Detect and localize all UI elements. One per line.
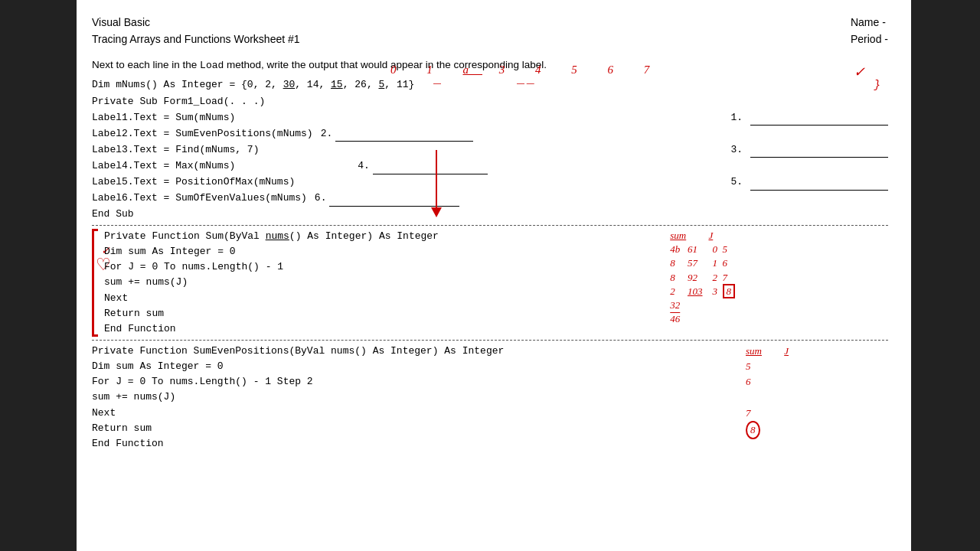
label4-blank	[373, 158, 488, 174]
label2-blank	[335, 126, 473, 142]
end-sub-line: End Sub	[92, 207, 888, 222]
label3-code: Label3.Text = Find(mNums, 7)	[92, 142, 259, 158]
form-load-line: Private Sub Form1_Load(. . .)	[92, 94, 888, 109]
name-label: Name -	[851, 14, 888, 31]
sum-end: End Function	[104, 321, 888, 337]
dark-bar-right	[911, 0, 980, 551]
divider-2	[92, 340, 888, 341]
label2-num: 2.	[321, 126, 333, 142]
title-line1: Visual Basic	[92, 14, 300, 31]
dark-bar-left	[0, 0, 77, 551]
sum-next: Next	[104, 291, 888, 306]
content-area: Visual Basic Tracing Arrays and Function…	[77, 0, 911, 551]
label3-line: Label3.Text = Find(mNums, 7) 3.	[92, 142, 888, 158]
sum-even-function-section: Private Function SumEvenPositions(ByVal …	[92, 344, 888, 452]
label5-num: 5.	[730, 174, 743, 190]
divider-1	[92, 225, 888, 226]
header-left: Visual Basic Tracing Arrays and Function…	[92, 14, 300, 48]
sum-function-code: Private Function Sum(ByVal nums() As Int…	[92, 229, 888, 337]
label4-num: 4.	[358, 158, 370, 174]
sum-function-section: ✓ ♡ Private Function Sum(ByVal nums() As…	[92, 229, 888, 337]
header: Visual Basic Tracing Arrays and Function…	[92, 14, 888, 48]
label1-num: 1.	[730, 110, 743, 126]
array-section: 0 1 a 3 4 5 6 7 ✓ Dim mNums() As Integer…	[92, 77, 888, 93]
title-line2: Tracing Arrays and Functions Worksheet #…	[92, 31, 300, 47]
label5-blank	[750, 174, 888, 191]
label1-code: Label1.Text = Sum(mNums)	[92, 110, 235, 126]
label3-blank	[750, 142, 888, 158]
underline-15: — —	[517, 79, 534, 87]
array-decl-line: Dim mNums() As Integer = {0, 2, 30, 14, …	[92, 77, 888, 93]
label6-code: Label6.Text = SumOfEvenValues(mNums)	[92, 191, 307, 206]
sum-even-annotations: sum J 5 6 7 8	[746, 344, 789, 439]
sum-body: sum += nums(J)	[104, 275, 888, 290]
label2-line: Label2.Text = SumEvenPositions(mNums) 2.	[92, 126, 888, 142]
array-end-annotation: }	[874, 77, 880, 94]
label4-code: Label4.Text = Max(mNums)	[92, 158, 235, 174]
period-label: Period -	[851, 31, 888, 47]
header-right: Name - Period -	[851, 14, 888, 48]
sum-fn-sig: Private Function Sum(ByVal nums() As Int…	[104, 229, 888, 244]
label5-line: Label5.Text = PositionOfMax(mNums) 5.	[92, 174, 888, 191]
label4-line: Label4.Text = Max(mNums) 4.	[92, 158, 888, 174]
instructions-text1: Next to each line in the	[92, 59, 200, 70]
label6-blank	[329, 191, 459, 207]
label1-blank	[750, 109, 888, 126]
label1-line: Label1.Text = Sum(mNums) 1.	[92, 109, 888, 126]
load-keyword: Load	[200, 60, 224, 71]
label6-num: 6.	[315, 191, 327, 206]
form-load-section: Private Sub Form1_Load(. . .) Label1.Tex…	[92, 94, 888, 222]
page: Visual Basic Tracing Arrays and Function…	[0, 0, 980, 551]
sum-for: For J = 0 To nums.Length() - 1	[104, 259, 888, 275]
label5-code: Label5.Text = PositionOfMax(mNums)	[92, 174, 295, 190]
underline-30: —	[433, 79, 441, 87]
sum-dim: Dim sum As Integer = 0	[104, 244, 888, 259]
label3-num: 3.	[730, 142, 743, 158]
label2-code: Label2.Text = SumEvenPositions(mNums)	[92, 126, 313, 142]
sum-col-annotations: sum J 4b 61 0 5 8 57 1 6 8 92 2 7 2 103 …	[670, 229, 735, 326]
label6-line: Label6.Text = SumOfEvenValues(mNums) 6.	[92, 191, 888, 207]
sum-return: Return sum	[104, 306, 888, 321]
array-decl-text: Dim mNums() As Integer = {0, 2, 30, 14, …	[92, 79, 414, 90]
array-indices-annotation: 0 1 a 3 4 5 6 7	[390, 64, 663, 77]
